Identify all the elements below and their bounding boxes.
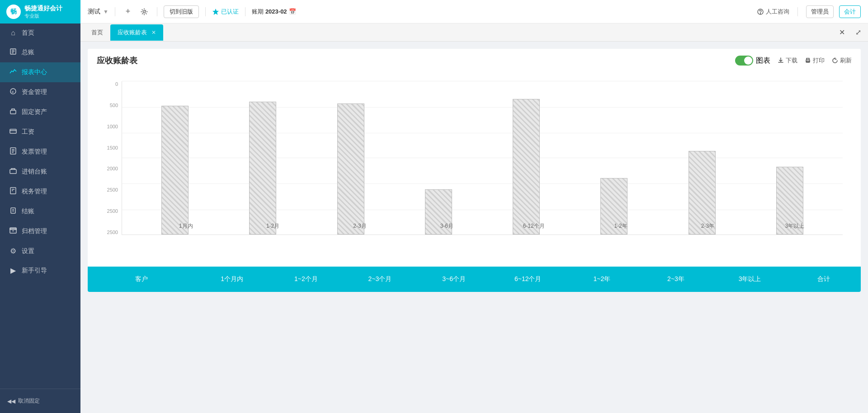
y-label-500: 500: [101, 103, 122, 108]
x-label-1m: 1月内: [142, 222, 229, 230]
y-label-1000: 1000: [101, 124, 122, 129]
company-dropdown-icon: ▼: [103, 9, 108, 15]
y-label-2500: 2500: [101, 230, 122, 235]
y-label-2000: 2000: [101, 166, 122, 171]
th-6-12m: 6~12个月: [491, 275, 565, 283]
svg-rect-17: [11, 208, 15, 213]
x-labels: 1月内 1-2月 2-3月 3-6月 6-12个月 1-2年 2-3年 3年以上: [142, 222, 838, 230]
funds-icon: ¥: [9, 88, 17, 97]
th-customer: 客户: [88, 275, 195, 283]
role-button[interactable]: 会计: [839, 5, 861, 18]
sidebar-item-wages[interactable]: 工资: [0, 122, 80, 142]
tabbar: 首页 应收账龄表 ✕ ✕ ⤢: [80, 23, 868, 42]
x-label-2-3y: 2-3年: [664, 222, 751, 230]
divider-1: [115, 7, 115, 16]
th-3y-plus: 3年以上: [713, 275, 787, 283]
sidebar-item-stock[interactable]: 进销台账: [0, 162, 80, 182]
sidebar-nav: ⌂ 首页 总账 报表中心: [0, 23, 80, 389]
tab-expand-button[interactable]: ⤢: [852, 26, 864, 39]
svg-text:¥: ¥: [11, 90, 14, 94]
sidebar-item-settings[interactable]: ⚙ 设置: [0, 241, 80, 261]
bars-container: [122, 81, 843, 235]
calendar-icon[interactable]: 📅: [289, 8, 296, 15]
sidebar-item-ledger[interactable]: 总账: [0, 42, 80, 62]
print-button[interactable]: 打印: [805, 56, 825, 65]
report-title: 应收账龄表: [97, 55, 137, 66]
chart-area: 2500 2500 2500 2000 1500 1000 500 0: [88, 72, 861, 267]
ledger-icon: [9, 48, 17, 57]
tab-close-button[interactable]: ✕: [835, 26, 848, 39]
th-total: 合计: [787, 275, 861, 283]
cancel-fixed-button[interactable]: ◀◀ 取消固定: [0, 394, 80, 408]
refresh-button[interactable]: 刷新: [832, 56, 852, 65]
home-icon: ⌂: [9, 29, 17, 37]
period-display: 账期 2023-02 📅: [252, 8, 296, 16]
sidebar-item-assets[interactable]: 固定资产: [0, 102, 80, 122]
report-header: 应收账龄表 图表 下载: [88, 49, 861, 72]
svg-rect-7: [10, 129, 16, 133]
svg-rect-13: [10, 169, 16, 174]
chart-toggle-wrapper: 图表: [735, 56, 770, 66]
sidebar-item-tax[interactable]: 税务管理: [0, 182, 80, 202]
y-axis: 2500 2500 2500 2000 1500 1000 500 0: [101, 81, 122, 235]
chart-toggle-label: 图表: [756, 56, 770, 66]
main-area: 测试 ▼ + 切到旧版 已认证 账期 2023-02 📅: [80, 0, 868, 413]
reports-icon: [9, 68, 17, 77]
chart-plot: 1月内 1-2月 2-3月 3-6月 6-12个月 1-2年 2-3年 3年以上: [122, 81, 843, 235]
y-label-0: 0: [101, 81, 122, 87]
y-label-2500b: 2500: [101, 208, 122, 214]
tab-aging[interactable]: 应收账龄表 ✕: [110, 24, 163, 41]
switch-old-button[interactable]: 切到旧版: [164, 5, 199, 18]
tax-icon: [9, 187, 17, 196]
divider-2: [157, 7, 157, 16]
company-name: 测试: [88, 8, 100, 16]
user-button[interactable]: 管理员: [806, 5, 834, 18]
assets-icon: [9, 108, 17, 117]
logo-text: 畅捷通好会计 专业版: [24, 4, 62, 19]
sidebar-item-home[interactable]: ⌂ 首页: [0, 23, 80, 42]
topbar-right: 人工咨询 管理员 会计: [757, 5, 861, 18]
x-label-3-6m: 3-6月: [403, 222, 490, 230]
bar-group-6-12m: [482, 99, 570, 235]
certified-badge: 已认证: [212, 8, 239, 16]
x-label-3y-plus: 3年以上: [751, 222, 838, 230]
report-container: 应收账龄表 图表 下载: [88, 49, 861, 292]
sidebar-item-archive[interactable]: 归档管理: [0, 221, 80, 241]
download-button[interactable]: 下载: [778, 56, 797, 65]
divider-3: [205, 7, 206, 16]
th-1-2y: 1~2年: [565, 275, 639, 283]
sidebar-item-reports[interactable]: 报表中心: [0, 62, 80, 82]
sidebar-item-close[interactable]: 结账: [0, 202, 80, 221]
invoice-icon: [9, 147, 17, 156]
tab-home[interactable]: 首页: [84, 24, 110, 41]
bar-group-1m: [131, 106, 219, 235]
sidebar-item-guide[interactable]: ▶ 新手引导: [0, 261, 80, 280]
sidebar: 畅 畅捷通好会计 专业版 ⌂ 首页 总账: [0, 0, 80, 413]
page-content: 应收账龄表 图表 下载: [80, 42, 868, 413]
y-label-2500c: 2500: [101, 187, 122, 192]
sidebar-footer: ◀◀ 取消固定: [0, 389, 80, 413]
close-account-icon: [9, 207, 17, 216]
company-selector[interactable]: 测试 ▼: [88, 8, 108, 16]
divider-4: [245, 7, 245, 16]
chart-inner: 2500 2500 2500 2000 1500 1000 500 0: [101, 81, 847, 253]
consult-button[interactable]: 人工咨询: [757, 8, 789, 16]
tab-right-actions: ✕ ⤢: [835, 26, 864, 39]
add-button[interactable]: +: [122, 5, 134, 18]
sidebar-item-funds[interactable]: ¥ 资金管理: [0, 82, 80, 102]
svg-rect-27: [807, 61, 809, 62]
th-2-3m: 2~3个月: [343, 275, 417, 283]
settings-topbar-button[interactable]: [138, 5, 151, 18]
pin-left-icon: ◀◀: [7, 398, 15, 404]
bar-2-3m: [337, 103, 364, 235]
tab-close-icon[interactable]: ✕: [151, 29, 156, 36]
chart-toggle[interactable]: [735, 56, 753, 66]
th-1m: 1个月内: [195, 275, 269, 283]
bar-group-2-3m: [307, 103, 395, 235]
x-label-6-12m: 6-12个月: [491, 222, 577, 230]
table-header: 客户 1个月内 1~2个月 2~3个月 3~6个月 6~12个月 1~2年 2~…: [88, 267, 861, 292]
bar-group-1-2m: [219, 102, 307, 235]
archive-icon: [9, 227, 17, 236]
sidebar-item-invoice[interactable]: 发票管理: [0, 142, 80, 162]
divider-5: [797, 7, 798, 16]
